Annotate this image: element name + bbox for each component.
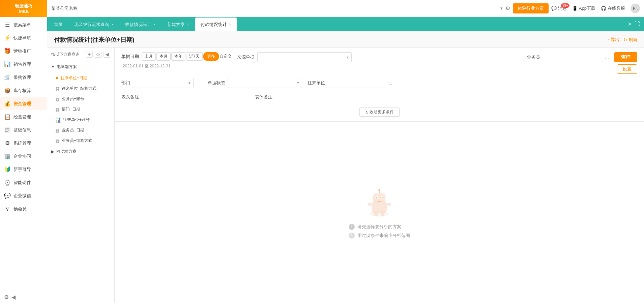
svg-rect-1 [372,201,387,213]
sidebar-item-sales[interactable]: 📊 销售管理 [0,58,47,71]
sidebar-menu: ☰ 搜索菜单 ⚡ 快捷导航 🎁 营销推广 📊 销售管理 🛒 采购管理 📦 库存核… [0,17,47,291]
scheme-item-dept-date[interactable]: ▦ 部门+日期 [47,104,114,115]
sidebar-item-funds[interactable]: 💰 资金管理 [0,97,47,110]
scheme-item-partner-date[interactable]: ● 往来单位+日期 [47,72,114,83]
query-button[interactable]: 查询 [614,52,637,62]
scheme-staff-account-icon: ▦ [55,96,60,102]
sidebar-item-inventory[interactable]: 📦 库存核算 [0,84,47,97]
tab-payment-stat[interactable]: 付款情况统计 × [195,18,237,31]
filter-actions: 查询 设置 [614,52,637,74]
date-btn-this-month[interactable]: 本月 [156,52,171,61]
tab-new-scheme-close[interactable]: × [187,22,189,27]
sidebar-item-operation[interactable]: 📋 经营管理 [0,110,47,123]
logo-title: 畅捷通巧 [15,3,32,9]
add-scheme-icon[interactable]: + [86,51,93,58]
tab-collection[interactable]: 收款情况统计 × [120,18,161,31]
voucher-status-select[interactable]: ▾ [228,78,302,88]
sidebar-item-purchase[interactable]: 🛒 采购管理 [0,71,47,84]
sidebar-item-search[interactable]: ☰ 搜索菜单 [0,18,47,31]
sidebar-item-guide[interactable]: 🔰 新手引导 [0,163,47,176]
scheme-item-staff-account[interactable]: ▦ 业务员+账号 [47,94,114,104]
user-avatar[interactable]: Rit [631,4,640,13]
scheme-settings-icon[interactable]: ⊙ [95,51,101,58]
tab-collection-close[interactable]: × [153,22,156,27]
date-btn-7days[interactable]: 近7天 [186,52,203,61]
sidebar-item-basic-info[interactable]: 📰 基础信息 [0,123,47,137]
tab-payment-stat-close[interactable]: × [229,22,231,27]
tabbar-right-controls: ✕ ⛶ [627,17,643,31]
sidebar-item-hardware[interactable]: ⌚ 智能硬件 [0,176,47,189]
tab-home[interactable]: 首页 [49,18,68,31]
sidebar-item-wechat[interactable]: 💬 企业微信 [0,189,47,202]
close-all-tabs-icon[interactable]: ✕ [627,21,632,27]
date-btn-more[interactable]: 更多 [203,52,219,61]
collapse-icon: ∧ [365,110,368,115]
fullscreen-icon[interactable]: ⛶ [635,21,640,27]
wechat-icon: 💬 [4,192,11,199]
date-btn-last-month[interactable]: 上月 [142,52,156,61]
sidebar-item-system[interactable]: ⚙ 系统管理 [0,137,47,150]
export-button[interactable]: ↑ 导出 [607,37,620,43]
empty-state: 1 请先选择要分析的方案 2 用过滤条件来缩小分析范围 [115,122,644,303]
scheme-item-partner-settle[interactable]: ▦ 往来单位+结算方式 [47,83,114,94]
staff-dots-btn[interactable]: ... [605,55,609,60]
empty-tip-2: 2 用过滤条件来缩小分析范围 [349,233,410,239]
partner-input[interactable] [328,78,387,88]
section-mobile-header[interactable]: ▶ 移动端方案 [47,146,114,157]
table-body-note-label: 表体备注 [255,94,272,100]
sidebar-item-company[interactable]: 🏢 企业协同 [0,150,47,163]
topbar-settings-icon[interactable]: ⚙ [505,5,510,11]
settings-button[interactable]: 设置 [617,64,637,74]
sidebar-label-wechat: 企业微信 [13,193,31,199]
source-select[interactable]: ▾ [257,52,352,62]
app-download-item[interactable]: 📱 App下载 [572,5,595,11]
scheme-partner-date-icon: ● [55,75,59,81]
sidebar-item-member[interactable]: ∨ 畅会员 [0,202,47,215]
sidebar-label-purchase: 采购管理 [13,74,31,81]
sidebar-item-quick-nav[interactable]: ⚡ 快捷导航 [0,31,47,44]
page-header-actions: ↑ 导出 ↻ 刷新 [607,37,638,43]
message-icon-item[interactable]: 💬 消息 99+ [551,5,567,11]
logo-subtitle: 标准版 [19,9,29,14]
svg-rect-10 [387,203,391,206]
scheme-item-partner-account[interactable]: 📊 往来单位+账号 [47,115,114,125]
industry-btn[interactable]: 体验行业方案 [513,3,549,13]
export-icon: ↑ [607,37,610,42]
tab-bank-flow-close[interactable]: × [111,22,114,27]
company-icon: 🏢 [4,153,11,159]
scheme-item-staff-settle[interactable]: ▦ 业务员+结算方式 [47,135,114,146]
tab-bank-flow[interactable]: 现金银行流水查询 × [69,18,119,31]
collapse-panel-icon[interactable]: ◀ [104,51,110,58]
tab-new-scheme[interactable]: 新建方案 × [162,18,195,31]
svg-point-8 [381,197,383,199]
scheme-item-staff-date[interactable]: ▦ 业务员+日期 [47,125,114,135]
voucher-status-label: 单据状态 [208,80,225,86]
service-icon: 🎧 [601,6,606,11]
tip-num-2: 2 [349,233,355,239]
hardware-icon: ⌚ [4,179,11,186]
tip-text-2: 用过滤条件来缩小分析范围 [357,233,410,239]
staff-input[interactable] [543,52,602,62]
sidebar-item-marketing[interactable]: 🎁 营销推广 [0,44,47,58]
footer-collapse-icon[interactable]: ◀ [11,294,16,300]
table-body-note-input[interactable] [275,92,356,102]
scheme-partner-settle-icon: ▦ [55,86,60,91]
source-label: 来源单据 [237,54,255,60]
refresh-button[interactable]: ↻ 刷新 [623,37,637,43]
company-name: 某某公司名称 [51,5,498,11]
online-service-item[interactable]: 🎧 在线客服 [601,5,625,11]
company-dropdown-arrow[interactable]: ▾ [500,6,503,11]
partner-dots-btn[interactable]: ... [390,80,394,86]
app-label: App下载 [579,5,595,11]
sidebar-label-system: 系统管理 [13,140,31,146]
collapse-conditions-button[interactable]: ∧ 收起更多条件 [359,108,400,117]
member-icon: ∨ [4,206,11,212]
footer-settings-icon[interactable]: ⚙ [4,294,9,300]
section-pc-header[interactable]: ▼ 电脑端方案 [47,61,114,72]
service-label: 在线客服 [608,5,625,11]
date-btn-this-year[interactable]: 本年 [171,52,185,61]
operation-icon: 📋 [4,114,11,120]
table-header-note-input[interactable] [142,92,223,102]
avatar-text: Rit [633,6,637,10]
dept-select[interactable]: ▾ [133,78,194,88]
